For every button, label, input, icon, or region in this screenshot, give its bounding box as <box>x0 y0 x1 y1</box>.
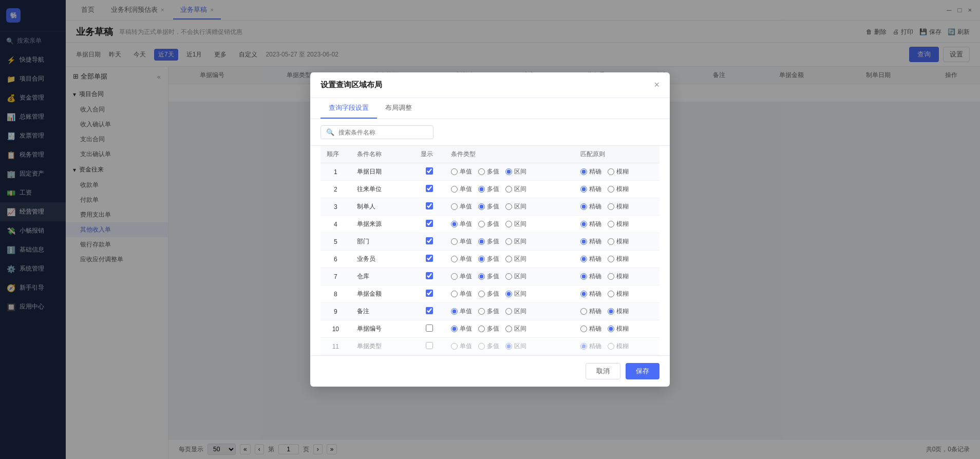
radio-input-match[interactable] <box>580 273 587 280</box>
radio-match-精确[interactable]: 精确 <box>580 220 601 228</box>
radio-input-match[interactable] <box>608 256 614 262</box>
display-checkbox[interactable] <box>426 290 433 297</box>
radio-condition-单值[interactable]: 单值 <box>451 237 472 246</box>
radio-input-condition[interactable] <box>478 291 485 297</box>
radio-input-condition[interactable] <box>478 238 485 245</box>
radio-input-condition[interactable] <box>505 273 512 280</box>
radio-input-match[interactable] <box>580 308 587 315</box>
radio-input-match[interactable] <box>580 238 587 245</box>
modal-search-input[interactable] <box>338 129 428 136</box>
radio-condition-区间[interactable]: 区间 <box>505 237 526 246</box>
modal-save-button[interactable]: 保存 <box>626 363 659 379</box>
radio-match-模糊[interactable]: 模糊 <box>608 202 629 211</box>
radio-condition-单值[interactable]: 单值 <box>451 272 472 281</box>
modal-close-btn[interactable]: × <box>654 80 659 90</box>
display-checkbox[interactable] <box>426 202 433 209</box>
radio-match-精确[interactable]: 精确 <box>580 272 601 281</box>
radio-condition-多值[interactable]: 多值 <box>478 220 499 228</box>
radio-input-condition[interactable] <box>505 186 512 193</box>
radio-input-match[interactable] <box>580 256 587 262</box>
cancel-button[interactable]: 取消 <box>586 363 620 379</box>
radio-condition-多值[interactable]: 多值 <box>478 290 499 298</box>
radio-match-精确[interactable]: 精确 <box>580 167 601 176</box>
radio-condition-单值[interactable]: 单值 <box>451 220 472 228</box>
radio-condition-单值[interactable]: 单值 <box>451 290 472 298</box>
radio-input-condition[interactable] <box>478 256 485 262</box>
radio-input-match[interactable] <box>580 186 587 193</box>
radio-input-match[interactable] <box>580 343 587 350</box>
radio-input-match[interactable] <box>580 291 587 297</box>
radio-match-模糊[interactable]: 模糊 <box>608 272 629 281</box>
radio-match-精确[interactable]: 精确 <box>580 185 601 194</box>
radio-condition-区间[interactable]: 区间 <box>505 167 526 176</box>
radio-match-模糊[interactable]: 模糊 <box>608 185 629 194</box>
radio-match-模糊[interactable]: 模糊 <box>608 237 629 246</box>
radio-condition-单值[interactable]: 单值 <box>451 167 472 176</box>
radio-condition-单值[interactable]: 单值 <box>451 255 472 263</box>
radio-input-condition[interactable] <box>505 291 512 297</box>
radio-condition-多值[interactable]: 多值 <box>478 272 499 281</box>
radio-input-match[interactable] <box>608 168 614 175</box>
radio-match-模糊[interactable]: 模糊 <box>608 220 629 228</box>
radio-input-condition[interactable] <box>451 238 458 245</box>
radio-condition-多值[interactable]: 多值 <box>478 167 499 176</box>
radio-input-condition[interactable] <box>478 221 485 227</box>
radio-input-condition[interactable] <box>505 203 512 210</box>
radio-input-condition[interactable] <box>451 186 458 193</box>
display-checkbox[interactable] <box>426 324 433 332</box>
modal-tab-fields[interactable]: 查询字段设置 <box>321 98 377 119</box>
radio-input-match[interactable] <box>608 308 614 315</box>
radio-input-condition[interactable] <box>451 168 458 175</box>
radio-input-condition[interactable] <box>451 203 458 210</box>
radio-input-condition[interactable] <box>451 326 458 332</box>
radio-match-精确[interactable]: 精确 <box>580 342 601 351</box>
radio-condition-多值[interactable]: 多值 <box>478 237 499 246</box>
radio-input-match[interactable] <box>608 221 614 227</box>
radio-match-模糊[interactable]: 模糊 <box>608 167 629 176</box>
radio-input-condition[interactable] <box>451 308 458 315</box>
radio-condition-单值[interactable]: 单值 <box>451 185 472 194</box>
radio-input-condition[interactable] <box>451 291 458 297</box>
display-checkbox[interactable] <box>426 185 433 192</box>
radio-input-condition[interactable] <box>505 343 512 350</box>
radio-input-match[interactable] <box>580 168 587 175</box>
display-checkbox[interactable] <box>426 167 433 175</box>
radio-condition-区间[interactable]: 区间 <box>505 255 526 263</box>
radio-input-condition[interactable] <box>505 256 512 262</box>
radio-input-condition[interactable] <box>451 343 458 350</box>
radio-input-match[interactable] <box>608 291 614 297</box>
display-checkbox[interactable] <box>426 220 433 227</box>
radio-input-condition[interactable] <box>505 221 512 227</box>
radio-condition-多值[interactable]: 多值 <box>478 255 499 263</box>
radio-input-condition[interactable] <box>478 273 485 280</box>
radio-input-condition[interactable] <box>478 168 485 175</box>
radio-input-condition[interactable] <box>505 326 512 332</box>
radio-input-match[interactable] <box>608 343 614 350</box>
radio-input-match[interactable] <box>580 203 587 210</box>
radio-condition-区间[interactable]: 区间 <box>505 290 526 298</box>
radio-condition-区间[interactable]: 区间 <box>505 307 526 316</box>
radio-input-condition[interactable] <box>505 308 512 315</box>
radio-match-精确[interactable]: 精确 <box>580 307 601 316</box>
radio-condition-单值[interactable]: 单值 <box>451 307 472 316</box>
radio-condition-多值[interactable]: 多值 <box>478 324 499 333</box>
radio-condition-区间[interactable]: 区间 <box>505 202 526 211</box>
radio-input-condition[interactable] <box>478 343 485 350</box>
display-checkbox[interactable] <box>426 272 433 279</box>
radio-input-condition[interactable] <box>505 238 512 245</box>
radio-match-精确[interactable]: 精确 <box>580 255 601 263</box>
radio-match-精确[interactable]: 精确 <box>580 324 601 333</box>
radio-condition-区间[interactable]: 区间 <box>505 342 526 351</box>
radio-condition-单值[interactable]: 单值 <box>451 324 472 333</box>
radio-input-condition[interactable] <box>478 326 485 332</box>
radio-condition-区间[interactable]: 区间 <box>505 324 526 333</box>
radio-input-condition[interactable] <box>478 186 485 193</box>
radio-input-condition[interactable] <box>451 273 458 280</box>
radio-match-模糊[interactable]: 模糊 <box>608 307 629 316</box>
radio-condition-多值[interactable]: 多值 <box>478 185 499 194</box>
radio-input-condition[interactable] <box>478 203 485 210</box>
radio-condition-多值[interactable]: 多值 <box>478 307 499 316</box>
radio-match-模糊[interactable]: 模糊 <box>608 324 629 333</box>
radio-match-精确[interactable]: 精确 <box>580 290 601 298</box>
radio-condition-区间[interactable]: 区间 <box>505 272 526 281</box>
